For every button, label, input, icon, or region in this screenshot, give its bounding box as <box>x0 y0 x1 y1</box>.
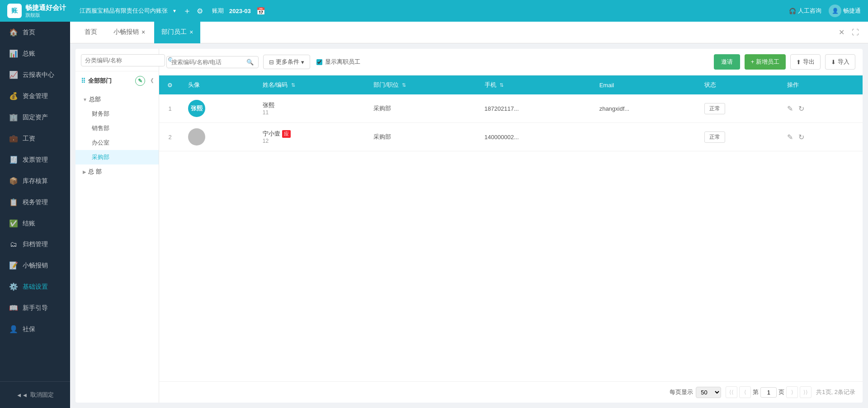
sidebar-item-label: 小畅报销 <box>23 262 48 270</box>
row-operations: ✎ ↻ <box>780 94 863 123</box>
dept-branch-general-header[interactable]: ▶ 总 部 <box>75 164 159 179</box>
tab-expense[interactable]: 小畅报销 × <box>106 22 152 43</box>
employee-search-input[interactable] <box>171 59 244 66</box>
sidebar-item-reports[interactable]: 📈 云报表中心 <box>0 64 70 85</box>
row-phone: 140000002... <box>477 123 592 151</box>
social-icon: 👤 <box>9 325 18 333</box>
dept-item-office[interactable]: 办公室 <box>75 136 159 150</box>
th-email: Email <box>592 75 697 94</box>
close-period-icon: ✅ <box>9 219 18 228</box>
dept-item-purchase[interactable]: 采购部 <box>75 150 159 164</box>
th-settings[interactable]: ⚙ <box>159 75 181 94</box>
import-button[interactable]: ⬇ 导入 <box>825 54 855 70</box>
tab-department-close[interactable]: × <box>189 29 193 35</box>
unpin-button[interactable]: ◄◄ 取消固定 <box>0 386 70 403</box>
page-first-btn[interactable]: ⟨⟨ <box>726 386 737 398</box>
import-icon: ⬇ <box>831 59 836 66</box>
sidebar-item-label: 库存核算 <box>23 177 48 185</box>
filter-button[interactable]: ⊟ 更多条件 ▾ <box>263 55 310 69</box>
dept-toggle-icon: ▼ <box>83 97 87 102</box>
page-prev-btn[interactable]: ⟨ <box>739 386 751 398</box>
sidebar-item-ledger[interactable]: 📊 总账 <box>0 43 70 64</box>
table-footer: 每页显示 50 100 200 ⟨⟨ ⟨ 第 页 ⟩ <box>159 381 863 403</box>
emp-code: 11 <box>263 109 359 116</box>
dept-tree: ▼ 总部 财务部 销售部 办公室 采购部 ▶ 总 部 <box>75 90 159 181</box>
sidebar-item-label: 社保 <box>23 325 35 333</box>
expand-tab-btn[interactable]: ⛶ <box>850 26 861 38</box>
th-phone[interactable]: 手机 ⇅ <box>477 75 592 94</box>
settings-icon[interactable]: ⚙ <box>197 7 203 15</box>
sidebar-item-label: 税务管理 <box>23 198 48 206</box>
add-company-icon[interactable]: ＋ <box>183 5 191 16</box>
calendar-icon[interactable]: 📅 <box>256 7 265 15</box>
user-menu[interactable]: 👤 畅捷通 <box>829 5 861 17</box>
sidebar-item-close[interactable]: ✅ 结账 <box>0 213 70 234</box>
row-email: zhangxidf... <box>592 94 697 123</box>
tab-department[interactable]: 部门员工 × <box>154 22 200 43</box>
tab-home[interactable]: 首页 <box>77 22 104 43</box>
tab-expense-close[interactable]: × <box>142 29 145 35</box>
per-page-label: 每页显示 <box>670 388 693 396</box>
page-next-btn[interactable]: ⟩ <box>786 386 798 398</box>
row-operations: ✎ ↻ <box>780 123 863 151</box>
export-button[interactable]: ⬆ 导出 <box>790 54 821 70</box>
tabs-actions: ✕ ⛶ <box>837 26 861 38</box>
topbar: 账 畅捷通好会计 旗舰版 江西服宝精品有限责任公司内账张 ▾ ＋ ⚙ 账期 20… <box>0 0 868 22</box>
row-email <box>592 123 697 151</box>
invite-button[interactable]: 邀请 <box>714 54 740 70</box>
more-button[interactable]: ↻ <box>798 105 804 113</box>
sidebar: 🏠 首页 📊 总账 📈 云报表中心 💰 资金管理 🏢 固定资产 💼 工资 🧾 发… <box>0 22 70 408</box>
sidebar-item-tax[interactable]: 📋 税务管理 <box>0 192 70 213</box>
employee-search-wrap: 🔍 <box>166 56 259 68</box>
edit-button[interactable]: ✎ <box>787 133 793 141</box>
sidebar-item-home[interactable]: 🏠 首页 <box>0 22 70 43</box>
show-resigned-wrap[interactable]: 显示离职员工 <box>316 58 360 66</box>
dept-branch-headquarters-header[interactable]: ▼ 总部 <box>75 92 159 107</box>
sidebar-item-assets[interactable]: 🏢 固定资产 <box>0 107 70 128</box>
sidebar-item-expense[interactable]: 📝 小畅报销 <box>0 255 70 276</box>
th-dept[interactable]: 部门/职位 ⇅ <box>366 75 477 94</box>
page-size-select[interactable]: 50 100 200 <box>696 387 721 398</box>
dept-item-finance[interactable]: 财务部 <box>75 107 159 121</box>
tab-department-label: 部门员工 <box>161 28 187 36</box>
dept-search-input[interactable] <box>81 54 165 66</box>
sidebar-item-settings[interactable]: ⚙️ 基础设置 <box>0 276 70 297</box>
sidebar-item-invoice[interactable]: 🧾 发票管理 <box>0 149 70 170</box>
page-content: 🔍 ⠿ 全部部门 ✎ 《 ▼ 总部 财务部 销售部 <box>75 49 863 403</box>
sidebar-item-salary[interactable]: 💼 工资 <box>0 128 70 149</box>
sidebar-item-social[interactable]: 👤 社保 <box>0 319 70 340</box>
status-badge: 正常 <box>704 131 725 143</box>
di-label: 第 <box>753 388 759 396</box>
sidebar-item-inventory[interactable]: 📦 库存核算 <box>0 170 70 192</box>
headset-icon: 🎧 <box>789 8 796 14</box>
sidebar-item-funds[interactable]: 💰 资金管理 <box>0 85 70 107</box>
page-input[interactable] <box>760 387 777 398</box>
more-button[interactable]: ↻ <box>798 133 804 141</box>
row-name-code: 宁小壹应 12 <box>255 123 366 151</box>
sidebar-item-label: 结账 <box>23 220 35 228</box>
tab-expense-label: 小畅报销 <box>113 28 139 36</box>
dept-branch-general: ▶ 总 部 <box>75 164 159 179</box>
toolbar-right: 邀请 + 新增员工 ⬆ 导出 ⬇ 导入 <box>714 54 855 70</box>
add-employee-button[interactable]: + 新增员工 <box>745 54 786 70</box>
th-status: 状态 <box>697 75 780 94</box>
page-last-btn[interactable]: ⟩⟩ <box>800 386 811 398</box>
dept-edit-btn[interactable]: ✎ <box>135 76 145 86</box>
sidebar-item-guide[interactable]: 📖 新手引导 <box>0 297 70 319</box>
dept-item-sales[interactable]: 销售部 <box>75 121 159 136</box>
company-dropdown-icon[interactable]: ▾ <box>173 8 176 14</box>
dept-collapse-icon[interactable]: 《 <box>148 77 153 85</box>
company-name: 江西服宝精品有限责任公司内账张 <box>80 7 168 15</box>
show-resigned-checkbox[interactable] <box>316 59 322 65</box>
th-name[interactable]: 姓名/编码 ⇅ <box>255 75 366 94</box>
close-tab-btn[interactable]: ✕ <box>837 26 846 38</box>
edit-button[interactable]: ✎ <box>787 105 793 113</box>
service-button[interactable]: 🎧 人工咨询 <box>789 7 821 15</box>
employee-search-icon[interactable]: 🔍 <box>246 59 254 66</box>
salary-icon: 💼 <box>9 134 18 143</box>
row-name-code: 张熙 11 <box>255 94 366 123</box>
row-dept: 采购部 <box>366 123 477 151</box>
sidebar-item-archive[interactable]: 🗂 归档管理 <box>0 234 70 255</box>
row-dept: 采购部 <box>366 94 477 123</box>
dept-all-header[interactable]: ⠿ 全部部门 ✎ 《 <box>75 71 159 90</box>
